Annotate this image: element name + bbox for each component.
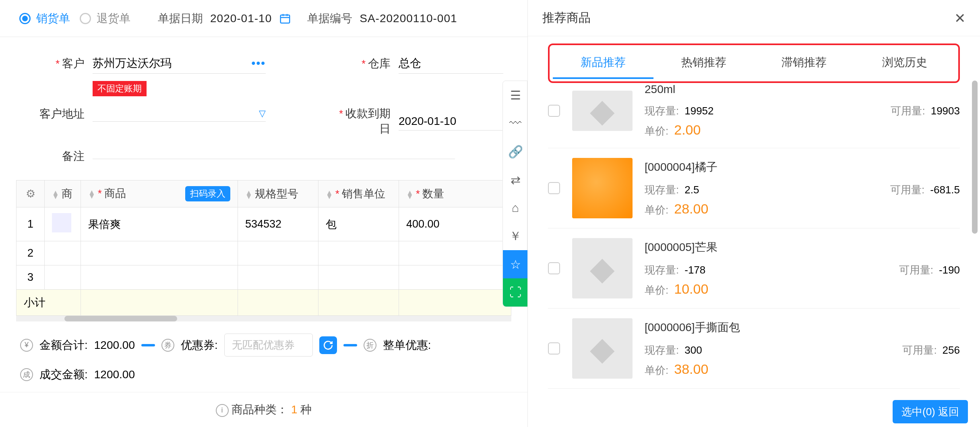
checkbox[interactable] xyxy=(548,105,560,117)
discount-icon: 折 xyxy=(364,339,376,352)
checkbox[interactable] xyxy=(548,182,560,194)
doc-code-field: 单据编号 SA-20200110-001 xyxy=(307,11,457,26)
tab-label: 销货单 xyxy=(36,11,70,26)
product-image: ◆ xyxy=(572,238,633,298)
recommend-tabs: 新品推荐 热销推荐 滞销推荐 浏览历史 xyxy=(548,44,960,83)
tab-slow[interactable]: 滞销推荐 xyxy=(754,48,855,79)
product-image xyxy=(572,158,633,218)
table-row[interactable]: 2 xyxy=(17,241,511,265)
tab-label: 退货单 xyxy=(97,11,130,26)
product-name: [0000004]橘子 xyxy=(645,160,960,175)
recommend-list: ◆250ml现存量:19952可用量:19903单价:2.00[0000004]… xyxy=(528,83,980,413)
calendar-icon[interactable] xyxy=(279,12,291,25)
tab-new[interactable]: 新品推荐 xyxy=(553,48,653,79)
value[interactable]: 2020-01-10 xyxy=(210,12,272,25)
due-date-input[interactable]: 2020-01-10 xyxy=(399,112,503,131)
minus-icon xyxy=(141,344,155,346)
vertical-scrollbar[interactable] xyxy=(972,81,978,234)
product-name: [0000005]芒果 xyxy=(645,240,960,255)
chevron-down-icon[interactable]: ▽ xyxy=(259,108,266,119)
label: 单据编号 xyxy=(307,11,352,26)
customer-input[interactable]: 苏州万达沃尔玛 ••• xyxy=(93,53,266,74)
address-field: 客户地址 ▽ xyxy=(24,106,266,122)
minus-icon xyxy=(343,344,357,346)
side-toolbar: ☰ 〰 🔗 ⇄ ⌂ ￥ ☆ ⛶ xyxy=(502,81,527,307)
deal-icon: 成 xyxy=(20,368,33,381)
product-image: ◆ xyxy=(572,91,633,131)
customer-field: *客户 苏州万达沃尔玛 ••• xyxy=(24,53,266,74)
star-icon[interactable]: ☆ xyxy=(503,250,528,278)
svg-rect-0 xyxy=(281,15,290,23)
currency-icon[interactable]: ￥ xyxy=(503,222,528,250)
address-input[interactable]: ▽ xyxy=(93,106,266,122)
product-thumb xyxy=(52,213,71,232)
checkbox[interactable] xyxy=(548,342,560,354)
value: SA-20200110-001 xyxy=(360,12,457,25)
product-image: ◆ xyxy=(572,318,633,379)
warehouse-input[interactable]: 总仓 xyxy=(399,53,503,74)
coupon-icon: 券 xyxy=(161,339,174,352)
product-name: 250ml xyxy=(645,83,960,96)
form-area: *客户 苏州万达沃尔玛 ••• *仓库 总仓 不固定账期 xyxy=(0,37,527,180)
recommend-item[interactable]: ◆[0000005]芒果现存量:-178可用量:-190单价:10.00 xyxy=(548,228,960,309)
due-date-field: *收款到期日 2020-01-10 xyxy=(330,106,503,137)
table-row[interactable]: 1果倍爽534532包400.00 xyxy=(17,207,511,241)
close-icon[interactable]: ✕ xyxy=(954,10,966,26)
label: 单据日期 xyxy=(158,11,203,26)
expand-icon[interactable]: ⛶ xyxy=(503,278,528,307)
bottom-summary: i 商品种类： 1 种 xyxy=(0,392,527,427)
chart-icon[interactable]: 〰 xyxy=(503,109,528,137)
sales-order-form: 销货单 退货单 单据日期 2020-01-10 单据编号 SA-20200110… xyxy=(0,0,527,427)
account-period-tag: 不固定账期 xyxy=(93,81,147,96)
yen-icon: ¥ xyxy=(20,339,33,352)
items-table: ⚙ ▲▼商 ▲▼*商品 扫码录入 ▲▼规格型号 ▲▼*销售单位 ▲▼*数量 1果… xyxy=(0,180,527,316)
tab-return-order[interactable]: 退货单 xyxy=(80,11,130,26)
radio-icon xyxy=(80,13,91,24)
more-icon[interactable]: ••• xyxy=(252,57,266,70)
tab-history[interactable]: 浏览历史 xyxy=(854,48,955,79)
tab-hot[interactable]: 热销推荐 xyxy=(653,48,754,79)
warehouse-field: *仓库 总仓 xyxy=(330,53,503,74)
scan-input-button[interactable]: 扫码录入 xyxy=(185,186,230,201)
subtotal-row: 小计 xyxy=(17,290,511,316)
recommend-item[interactable]: ◆250ml现存量:19952可用量:19903单价:2.00 xyxy=(548,83,960,148)
recommend-item[interactable]: [0000004]橘子现存量:2.5可用量:-681.5单价:28.00 xyxy=(548,148,960,228)
recommend-item[interactable]: ◆[0000006]手撕面包现存量:300可用量:256单价:38.00 xyxy=(548,309,960,389)
recommend-panel: 推荐商品 ✕ 新品推荐 热销推荐 滞销推荐 浏览历史 ◆250ml现存量:199… xyxy=(527,0,980,427)
select-return-button[interactable]: 选中(0) 返回 xyxy=(893,400,968,423)
info-icon: i xyxy=(216,404,229,417)
doc-date-field: 单据日期 2020-01-10 xyxy=(158,11,291,26)
refresh-button[interactable] xyxy=(319,336,337,354)
checkbox[interactable] xyxy=(548,262,560,274)
order-type-tabs: 销货单 退货单 xyxy=(8,11,142,26)
link-icon[interactable]: 🔗 xyxy=(503,137,528,166)
header-row: 销货单 退货单 单据日期 2020-01-10 单据编号 SA-20200110… xyxy=(0,0,527,37)
product-name: [0000006]手撕面包 xyxy=(645,320,960,335)
gear-icon[interactable]: ⚙ xyxy=(26,188,35,200)
horizontal-scrollbar[interactable] xyxy=(16,316,511,321)
remark-field: 备注 xyxy=(24,149,455,164)
tab-sales-order[interactable]: 销货单 xyxy=(19,11,70,26)
radio-icon xyxy=(19,13,31,24)
list-icon[interactable]: ☰ xyxy=(503,81,528,109)
coupon-input[interactable]: 无匹配优惠券 xyxy=(224,334,313,357)
table-row[interactable]: 3 xyxy=(17,265,511,290)
exchange-icon[interactable]: ⇄ xyxy=(503,166,528,194)
shelter-icon[interactable]: ⌂ xyxy=(503,194,528,222)
remark-input[interactable] xyxy=(93,154,455,159)
panel-title: 推荐商品 xyxy=(542,10,591,26)
